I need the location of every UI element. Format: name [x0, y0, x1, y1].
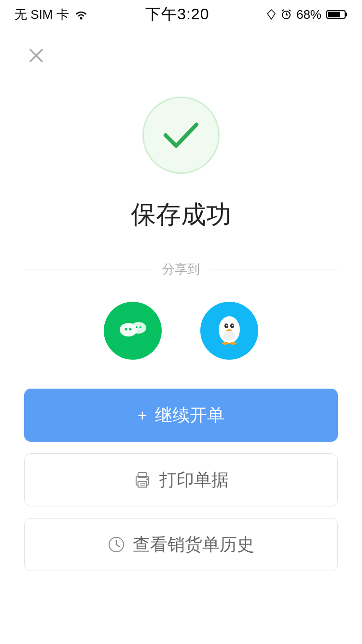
center-section: 保存成功 分享到 — [24, 97, 338, 571]
status-right: 68% — [266, 7, 348, 22]
page-content: 保存成功 分享到 — [0, 29, 362, 571]
continue-label: 继续开单 — [155, 404, 224, 427]
alarm-icon — [281, 9, 292, 20]
svg-rect-6 — [328, 12, 340, 17]
success-circle — [142, 97, 220, 174]
svg-point-19 — [226, 325, 228, 326]
checkmark-icon — [162, 121, 200, 150]
svg-point-14 — [139, 326, 141, 328]
svg-point-0 — [80, 17, 82, 20]
share-label: 分享到 — [162, 261, 200, 278]
wifi-icon — [74, 9, 88, 20]
share-divider: 分享到 — [24, 261, 338, 278]
svg-point-22 — [223, 331, 235, 340]
location-icon — [266, 9, 276, 20]
printer-icon — [133, 472, 152, 488]
svg-point-20 — [232, 325, 234, 326]
svg-point-23 — [222, 342, 229, 345]
divider-right — [209, 269, 338, 269]
battery-label: 68% — [296, 7, 321, 22]
plus-icon: + — [138, 406, 147, 425]
svg-point-31 — [146, 478, 148, 480]
print-label: 打印单据 — [159, 468, 229, 492]
no-sim-label: 无 SIM 卡 — [14, 6, 69, 23]
svg-line-34 — [116, 545, 119, 546]
history-label: 查看销货单历史 — [133, 533, 254, 557]
svg-point-12 — [129, 328, 132, 331]
clock-icon — [108, 536, 125, 553]
status-time: 下午3:20 — [145, 4, 209, 25]
svg-point-24 — [230, 342, 237, 345]
share-icons-row — [104, 302, 258, 360]
history-button[interactable]: 查看销货单历史 — [24, 518, 338, 571]
battery-icon — [326, 9, 348, 20]
svg-point-10 — [131, 322, 146, 334]
svg-rect-28 — [138, 481, 147, 487]
print-button[interactable]: 打印单据 — [24, 453, 338, 506]
divider-left — [24, 269, 153, 269]
qq-share-button[interactable] — [200, 302, 258, 360]
svg-rect-5 — [345, 13, 347, 16]
status-left: 无 SIM 卡 — [14, 6, 88, 23]
svg-point-13 — [136, 326, 138, 328]
success-title: 保存成功 — [131, 198, 231, 232]
close-button[interactable] — [24, 43, 48, 68]
wechat-share-button[interactable] — [104, 302, 162, 360]
continue-button[interactable]: + 继续开单 — [24, 389, 338, 442]
buttons-section: + 继续开单 打印单据 — [24, 389, 338, 571]
status-bar: 无 SIM 卡 下午3:20 68% — [0, 0, 362, 29]
svg-point-11 — [125, 328, 127, 331]
